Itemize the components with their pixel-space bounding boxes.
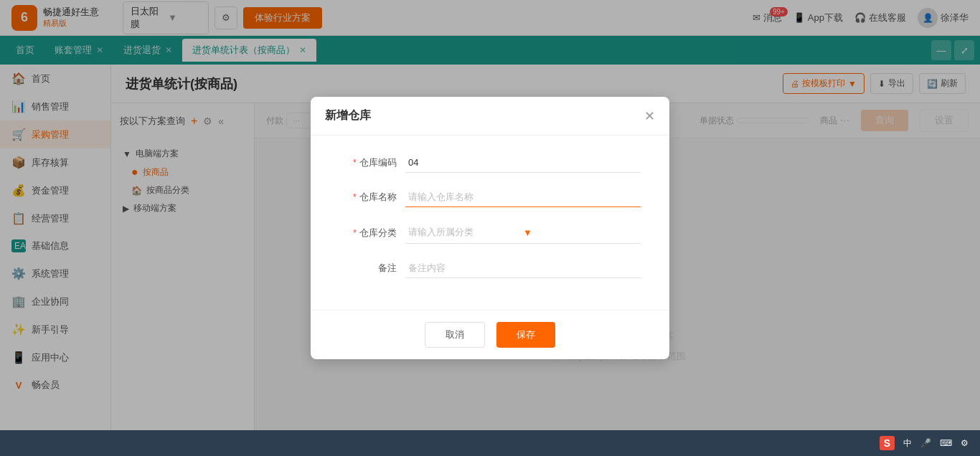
bottom-bar: S 中 🎤 ⌨ ⚙ xyxy=(0,430,980,456)
warehouse-name-row: 仓库名称 xyxy=(339,187,641,207)
s-logo-btn[interactable]: S xyxy=(880,436,895,450)
dialog-footer: 取消 保存 xyxy=(311,310,669,359)
save-button[interactable]: 保存 xyxy=(496,322,555,348)
dialog-title: 新增仓库 xyxy=(325,108,371,123)
chinese-label: 中 xyxy=(903,437,912,450)
cancel-button[interactable]: 取消 xyxy=(425,322,485,348)
notes-row: 备注 xyxy=(339,258,641,278)
taskbar-settings-btn[interactable]: ⚙ xyxy=(961,438,969,448)
warehouse-code-label: 仓库编码 xyxy=(339,156,397,169)
mic-icon: 🎤 xyxy=(920,438,931,448)
warehouse-category-select[interactable]: 请输入所属分类 ▼ xyxy=(405,222,641,244)
warehouse-name-input[interactable] xyxy=(405,187,641,207)
notes-label: 备注 xyxy=(339,262,397,275)
chinese-input-btn[interactable]: 中 xyxy=(903,437,912,450)
category-dropdown-icon: ▼ xyxy=(523,227,638,238)
keyboard-btn[interactable]: ⌨ xyxy=(940,438,952,448)
keyboard-icon: ⌨ xyxy=(940,438,952,448)
mic-btn[interactable]: 🎤 xyxy=(920,438,931,448)
warehouse-name-label: 仓库名称 xyxy=(339,191,397,204)
dialog-body: 仓库编码 仓库名称 仓库分类 请输入所属分类 ▼ 备注 xyxy=(311,136,669,310)
dialog-header: 新增仓库 ✕ xyxy=(311,97,669,136)
s-brand-icon: S xyxy=(880,436,895,450)
notes-input[interactable] xyxy=(405,258,641,278)
warehouse-code-row: 仓库编码 xyxy=(339,153,641,173)
new-warehouse-dialog: 新增仓库 ✕ 仓库编码 仓库名称 仓库分类 请输入所属分类 ▼ xyxy=(311,97,669,359)
dialog-close-icon[interactable]: ✕ xyxy=(644,110,655,123)
warehouse-category-placeholder: 请输入所属分类 xyxy=(408,226,523,239)
warehouse-category-label: 仓库分类 xyxy=(339,227,397,239)
warehouse-code-input[interactable] xyxy=(405,153,641,173)
warehouse-category-row: 仓库分类 请输入所属分类 ▼ xyxy=(339,222,641,244)
modal-overlay[interactable]: 新增仓库 ✕ 仓库编码 仓库名称 仓库分类 请输入所属分类 ▼ xyxy=(0,0,980,456)
taskbar-settings-icon: ⚙ xyxy=(961,438,969,448)
